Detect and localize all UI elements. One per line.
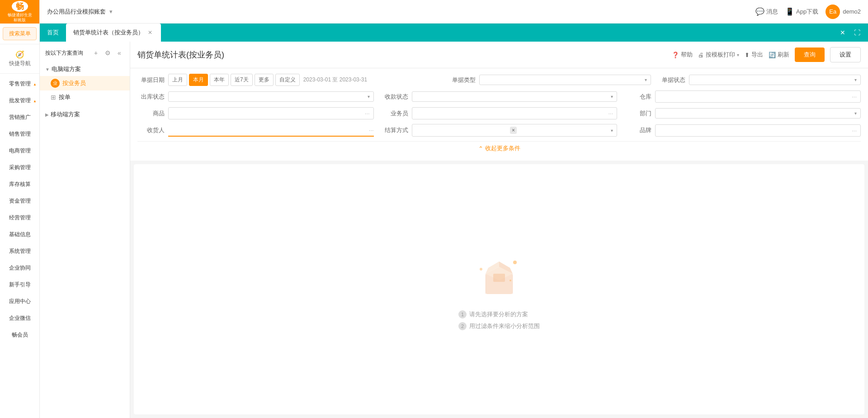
filter-row-4: 收货人 ··· 结算方式	[137, 124, 861, 137]
svg-point-9	[509, 280, 511, 281]
sidebar-item-app-center[interactable]: 应用中心	[0, 293, 39, 310]
help-button[interactable]: ❓ 帮助	[672, 51, 693, 59]
sidebar-item-marketing[interactable]: 营销推广	[0, 109, 39, 126]
sidebar-item-member[interactable]: 畅会员	[0, 327, 39, 343]
date-last-month[interactable]: 上月	[168, 74, 187, 86]
filter-row-2: 出库状态 ▾ 收款状态 ▾	[137, 90, 861, 103]
out-status-select[interactable]: ▾	[168, 91, 374, 102]
collapse-button[interactable]: ⌃ 收起更多条件	[478, 144, 520, 152]
top-header: 办公用品行业模拟账套 ▾ 💬 消息 📱 App下载 Ea demo2	[40, 0, 868, 24]
export-icon: ⬆	[745, 52, 750, 58]
main-area: 办公用品行业模拟账套 ▾ 💬 消息 📱 App下载 Ea demo2 首页	[40, 0, 868, 418]
scheme-group-mobile-header[interactable]: ▶ 移动端方案	[40, 108, 130, 121]
sidebar-item-finance[interactable]: 资金管理	[0, 193, 39, 209]
dept-select[interactable]: ▾	[655, 108, 861, 119]
empty-state: 1 请先选择要分析的方案 2 用过滤条件来缩小分析范围	[134, 164, 864, 414]
search-menu-button[interactable]: 搜索菜单	[3, 27, 37, 40]
svg-rect-2	[493, 274, 505, 282]
sidebar-item-wechat[interactable]: 企业微信	[0, 310, 39, 327]
tab-bar: 首页 销货单统计表（按业务员） ✕ ✕ ⛶	[40, 24, 868, 42]
empty-illustration	[472, 249, 526, 303]
empty-tips: 1 请先选择要分析的方案 2 用过滤条件来缩小分析范围	[458, 310, 540, 330]
date-more[interactable]: 更多	[255, 74, 274, 86]
tab-sales-stat[interactable]: 销货单统计表（按业务员） ✕	[66, 24, 161, 42]
sidebar-item-basic[interactable]: 基础信息	[0, 226, 39, 243]
template-print-button[interactable]: 🖨 按模板打印 ▾	[698, 51, 739, 59]
sidebar-item-wholesale[interactable]: 批发管理	[0, 92, 39, 109]
page-header: 销货单统计表(按业务员) ❓ 帮助 🖨 按模板打印 ▾ ⬆ 导出	[130, 42, 868, 68]
collapse-row: ⌃ 收起更多条件	[137, 141, 861, 155]
staff-label: 业务员	[381, 109, 408, 118]
receiver-input[interactable]: ···	[168, 124, 374, 137]
warehouse-label: 仓库	[624, 93, 651, 101]
scheme-panel: 按以下方案查询 + ⚙ « ▼ 电脑端方案 业	[40, 42, 130, 418]
brand-label: 品牌	[624, 126, 651, 134]
order-icon: ⊞	[51, 94, 56, 101]
settings-button[interactable]: 设置	[830, 47, 861, 62]
sidebar-item-operation[interactable]: 经营管理	[0, 209, 39, 226]
collapse-panel-button[interactable]: «	[114, 48, 124, 58]
message-button[interactable]: 💬 消息	[755, 7, 778, 16]
filter-payment-item: 结算方式 × ▾	[381, 124, 625, 137]
add-scheme-button[interactable]: +	[91, 48, 101, 58]
sidebar-quick-nav: 🧭 快捷导航	[0, 44, 39, 74]
svg-point-7	[513, 261, 517, 264]
payment-tag: ×	[510, 127, 517, 134]
refresh-button[interactable]: 🔄 刷新	[769, 51, 789, 59]
query-button[interactable]: 查询	[795, 48, 825, 62]
tab-home[interactable]: 首页	[40, 24, 66, 42]
help-icon: ❓	[672, 52, 679, 58]
scheme-item-by-staff[interactable]: 业 按业务员	[40, 76, 130, 90]
scheme-item-by-order[interactable]: ⊞ 按单	[40, 90, 130, 104]
sidebar-item-retail[interactable]: 零售管理	[0, 76, 39, 92]
filter-warehouse-item: 仓库 ···	[624, 90, 861, 103]
svg-point-8	[480, 268, 482, 271]
staff-select[interactable]: ···	[412, 107, 618, 119]
breadcrumb-arrow-icon[interactable]: ▾	[109, 8, 113, 15]
date-filter-label: 单据日期	[137, 76, 165, 84]
sidebar-item-inventory[interactable]: 库存核算	[0, 176, 39, 193]
scheme-group-desktop-header[interactable]: ▼ 电脑端方案	[40, 62, 130, 76]
filter-dept-item: 部门 ▾	[624, 108, 861, 119]
scheme-group-desktop-items: 业 按业务员 ⊞ 按单	[40, 76, 130, 104]
sidebar-item-purchase[interactable]: 采购管理	[0, 159, 39, 176]
tab-close-icon[interactable]: ✕	[146, 29, 154, 36]
tab-bar-right-actions: ✕ ⛶	[837, 27, 868, 38]
doc-status-select[interactable]: ▾	[689, 75, 861, 85]
app-download-button[interactable]: 📱 App下载	[785, 7, 818, 16]
right-panel: 销货单统计表(按业务员) ❓ 帮助 🖨 按模板打印 ▾ ⬆ 导出	[130, 42, 868, 418]
sidebar-item-system[interactable]: 系统管理	[0, 243, 39, 260]
receiver-label: 收货人	[137, 126, 165, 134]
page-header-actions: ❓ 帮助 🖨 按模板打印 ▾ ⬆ 导出 🔄 刷新	[672, 47, 861, 68]
brand-select[interactable]: ···	[655, 124, 861, 137]
date-this-year[interactable]: 本年	[210, 74, 229, 86]
product-select[interactable]: ···	[168, 107, 374, 119]
receipt-status-select[interactable]: ▾	[412, 91, 618, 102]
sidebar-item-sales[interactable]: 销售管理	[0, 126, 39, 142]
app-logo: 畅 畅捷通好生意 标账版	[0, 0, 39, 24]
sidebar-item-collab[interactable]: 企业协同	[0, 260, 39, 276]
payment-select[interactable]: × ▾	[412, 124, 618, 137]
sidebar-item-newbie[interactable]: 新手引导	[0, 276, 39, 293]
scheme-settings-button[interactable]: ⚙	[103, 48, 113, 58]
date-this-month[interactable]: 本月	[189, 74, 208, 86]
warehouse-select[interactable]: ···	[655, 90, 861, 103]
payment-x-btn[interactable]: ×	[512, 127, 515, 133]
sidebar-item-quick-nav[interactable]: 🧭 快捷导航	[0, 47, 39, 71]
scheme-panel-title: 按以下方案查询	[45, 49, 83, 57]
export-button[interactable]: ⬆ 导出	[745, 51, 763, 59]
doc-type-label: 单据类型	[448, 76, 476, 84]
filter-brand-item: 品牌 ···	[624, 124, 861, 137]
tab-expand-icon[interactable]: ⛶	[852, 27, 863, 38]
date-custom[interactable]: 自定义	[275, 74, 300, 86]
date-last-7[interactable]: 近7天	[231, 74, 253, 86]
doc-type-arrow-icon: ▾	[645, 77, 647, 82]
filter-doc-type-item: 单据类型 ▾	[448, 75, 658, 85]
tab-close-window-icon[interactable]: ✕	[837, 27, 848, 38]
content-area: 按以下方案查询 + ⚙ « ▼ 电脑端方案 业	[40, 42, 868, 418]
sidebar-item-ecommerce[interactable]: 电商管理	[0, 142, 39, 159]
date-range-display: 2023-03-01 至 2023-03-31	[303, 76, 367, 84]
scheme-item-by-order-label: 按单	[59, 93, 71, 101]
doc-type-select[interactable]: ▾	[479, 75, 651, 85]
user-menu-button[interactable]: Ea demo2	[826, 5, 861, 19]
